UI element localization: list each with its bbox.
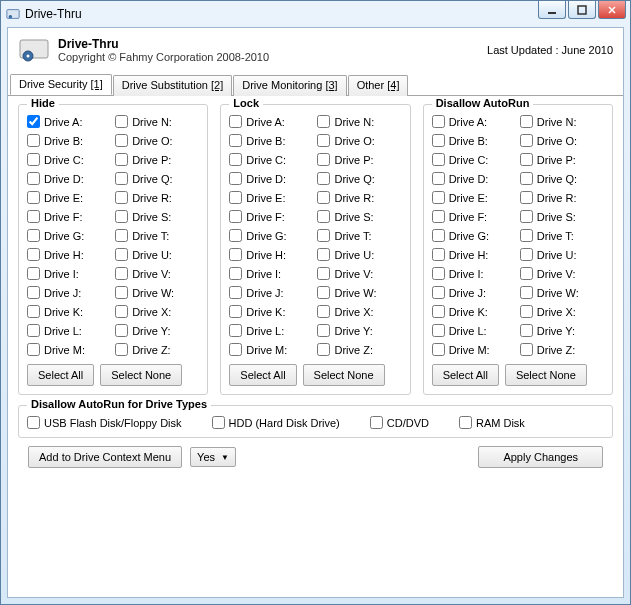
- drive-g-checkbox[interactable]: Drive G:: [27, 229, 111, 242]
- drive-t-checkbox[interactable]: Drive T:: [317, 229, 401, 242]
- drive-i-checkbox[interactable]: Drive I:: [432, 267, 516, 280]
- drive-l-checkbox[interactable]: Drive L:: [229, 324, 313, 337]
- drive-x-checkbox[interactable]: Drive X:: [115, 305, 199, 318]
- drive-d-checkbox[interactable]: Drive D:: [229, 172, 313, 185]
- drive-t-checkbox[interactable]: Drive T:: [520, 229, 604, 242]
- drive-i-checkbox[interactable]: Drive I:: [229, 267, 313, 280]
- titlebar[interactable]: Drive-Thru: [1, 1, 630, 27]
- drive-o-checkbox[interactable]: Drive O:: [115, 134, 199, 147]
- tab-3[interactable]: Other [4]: [348, 75, 409, 96]
- drive-m-checkbox[interactable]: Drive M:: [27, 343, 111, 356]
- drive-j-checkbox[interactable]: Drive J:: [229, 286, 313, 299]
- drive-m-checkbox[interactable]: Drive M:: [229, 343, 313, 356]
- drive-c-checkbox[interactable]: Drive C:: [27, 153, 111, 166]
- drive-z-checkbox[interactable]: Drive Z:: [317, 343, 401, 356]
- drive-f-checkbox[interactable]: Drive F:: [27, 210, 111, 223]
- drive-z-checkbox[interactable]: Drive Z:: [115, 343, 199, 356]
- drive-p-checkbox[interactable]: Drive P:: [115, 153, 199, 166]
- drive-q-checkbox[interactable]: Drive Q:: [115, 172, 199, 185]
- drive-e-checkbox[interactable]: Drive E:: [27, 191, 111, 204]
- drive-p-checkbox[interactable]: Drive P:: [520, 153, 604, 166]
- drive-o-checkbox[interactable]: Drive O:: [317, 134, 401, 147]
- drive-u-checkbox[interactable]: Drive U:: [317, 248, 401, 261]
- drive-type-1[interactable]: HDD (Hard Disk Drive): [212, 416, 340, 429]
- drive-a-checkbox[interactable]: Drive A:: [229, 115, 313, 128]
- drive-n-checkbox[interactable]: Drive N:: [520, 115, 604, 128]
- drive-x-checkbox[interactable]: Drive X:: [520, 305, 604, 318]
- tab-1[interactable]: Drive Substitution [2]: [113, 75, 233, 96]
- drive-g-checkbox[interactable]: Drive G:: [432, 229, 516, 242]
- drive-b-checkbox[interactable]: Drive B:: [432, 134, 516, 147]
- select-all-button[interactable]: Select All: [432, 364, 499, 386]
- drive-s-checkbox[interactable]: Drive S:: [317, 210, 401, 223]
- drive-a-checkbox[interactable]: Drive A:: [27, 115, 111, 128]
- drive-m-checkbox[interactable]: Drive M:: [432, 343, 516, 356]
- drive-d-checkbox[interactable]: Drive D:: [27, 172, 111, 185]
- drive-p-checkbox[interactable]: Drive P:: [317, 153, 401, 166]
- drive-f-checkbox[interactable]: Drive F:: [432, 210, 516, 223]
- drive-j-checkbox[interactable]: Drive J:: [27, 286, 111, 299]
- drive-h-checkbox[interactable]: Drive H:: [229, 248, 313, 261]
- select-none-button[interactable]: Select None: [303, 364, 385, 386]
- drive-type-2[interactable]: CD/DVD: [370, 416, 429, 429]
- context-menu-select[interactable]: Yes ▼: [190, 447, 236, 467]
- drive-z-checkbox[interactable]: Drive Z:: [520, 343, 604, 356]
- close-button[interactable]: [598, 1, 626, 19]
- add-context-menu-button[interactable]: Add to Drive Context Menu: [28, 446, 182, 468]
- drive-u-checkbox[interactable]: Drive U:: [115, 248, 199, 261]
- apply-button[interactable]: Apply Changes: [478, 446, 603, 468]
- drive-j-checkbox[interactable]: Drive J:: [432, 286, 516, 299]
- drive-r-checkbox[interactable]: Drive R:: [520, 191, 604, 204]
- drive-y-checkbox[interactable]: Drive Y:: [115, 324, 199, 337]
- drive-s-checkbox[interactable]: Drive S:: [520, 210, 604, 223]
- drive-y-checkbox[interactable]: Drive Y:: [520, 324, 604, 337]
- drive-k-checkbox[interactable]: Drive K:: [432, 305, 516, 318]
- drive-q-checkbox[interactable]: Drive Q:: [520, 172, 604, 185]
- drive-type-0[interactable]: USB Flash Disk/Floppy Disk: [27, 416, 182, 429]
- drive-s-checkbox[interactable]: Drive S:: [115, 210, 199, 223]
- drive-k-checkbox[interactable]: Drive K:: [27, 305, 111, 318]
- drive-e-checkbox[interactable]: Drive E:: [432, 191, 516, 204]
- minimize-button[interactable]: [538, 1, 566, 19]
- drive-y-checkbox[interactable]: Drive Y:: [317, 324, 401, 337]
- drive-r-checkbox[interactable]: Drive R:: [317, 191, 401, 204]
- drive-q-checkbox[interactable]: Drive Q:: [317, 172, 401, 185]
- select-all-button[interactable]: Select All: [27, 364, 94, 386]
- drive-u-checkbox[interactable]: Drive U:: [520, 248, 604, 261]
- drive-l-checkbox[interactable]: Drive L:: [432, 324, 516, 337]
- drive-v-checkbox[interactable]: Drive V:: [520, 267, 604, 280]
- group-drive-types: Disallow AutoRun for Drive Types USB Fla…: [18, 405, 613, 438]
- drive-c-checkbox[interactable]: Drive C:: [432, 153, 516, 166]
- drive-a-checkbox[interactable]: Drive A:: [432, 115, 516, 128]
- maximize-button[interactable]: [568, 1, 596, 19]
- drive-d-checkbox[interactable]: Drive D:: [432, 172, 516, 185]
- drive-b-checkbox[interactable]: Drive B:: [27, 134, 111, 147]
- drive-e-checkbox[interactable]: Drive E:: [229, 191, 313, 204]
- drive-o-checkbox[interactable]: Drive O:: [520, 134, 604, 147]
- drive-g-checkbox[interactable]: Drive G:: [229, 229, 313, 242]
- select-all-button[interactable]: Select All: [229, 364, 296, 386]
- drive-l-checkbox[interactable]: Drive L:: [27, 324, 111, 337]
- drive-h-checkbox[interactable]: Drive H:: [27, 248, 111, 261]
- drive-h-checkbox[interactable]: Drive H:: [432, 248, 516, 261]
- drive-f-checkbox[interactable]: Drive F:: [229, 210, 313, 223]
- drive-w-checkbox[interactable]: Drive W:: [317, 286, 401, 299]
- tab-2[interactable]: Drive Monitoring [3]: [233, 75, 346, 96]
- drive-c-checkbox[interactable]: Drive C:: [229, 153, 313, 166]
- drive-v-checkbox[interactable]: Drive V:: [115, 267, 199, 280]
- drive-type-3[interactable]: RAM Disk: [459, 416, 525, 429]
- drive-t-checkbox[interactable]: Drive T:: [115, 229, 199, 242]
- drive-x-checkbox[interactable]: Drive X:: [317, 305, 401, 318]
- select-none-button[interactable]: Select None: [100, 364, 182, 386]
- drive-w-checkbox[interactable]: Drive W:: [520, 286, 604, 299]
- drive-v-checkbox[interactable]: Drive V:: [317, 267, 401, 280]
- select-none-button[interactable]: Select None: [505, 364, 587, 386]
- drive-i-checkbox[interactable]: Drive I:: [27, 267, 111, 280]
- drive-b-checkbox[interactable]: Drive B:: [229, 134, 313, 147]
- drive-n-checkbox[interactable]: Drive N:: [115, 115, 199, 128]
- drive-n-checkbox[interactable]: Drive N:: [317, 115, 401, 128]
- tab-0[interactable]: Drive Security [1]: [10, 74, 112, 95]
- drive-r-checkbox[interactable]: Drive R:: [115, 191, 199, 204]
- drive-k-checkbox[interactable]: Drive K:: [229, 305, 313, 318]
- drive-w-checkbox[interactable]: Drive W:: [115, 286, 199, 299]
